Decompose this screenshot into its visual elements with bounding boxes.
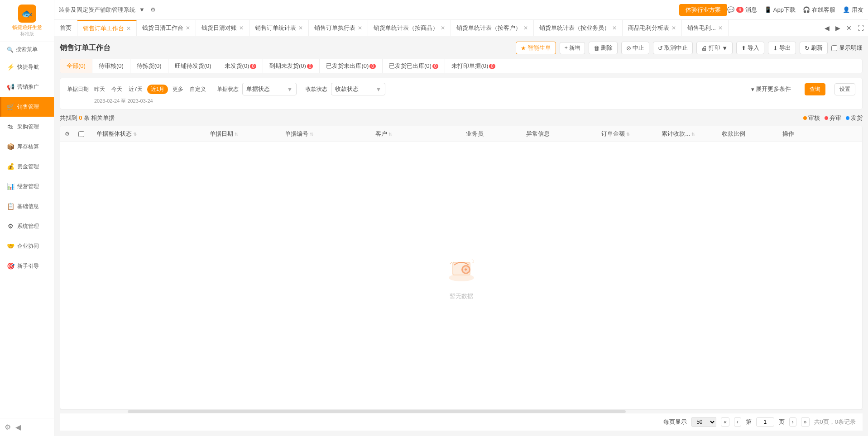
smart-gen-button[interactable]: ★ 智能生单 (516, 42, 556, 54)
query-button[interactable]: 查询 (805, 83, 825, 95)
sidebar-item-basic[interactable]: 📋 基础信息 (0, 196, 54, 216)
import-button[interactable]: ⬆ 导入 (736, 42, 764, 54)
sub-tab-7[interactable]: 已发货已出库(0)0 (383, 59, 445, 73)
sidebar-item-operation[interactable]: 📊 经营管理 (0, 176, 54, 196)
table-scrollbar-thumb[interactable] (128, 410, 626, 413)
tab-0[interactable]: 首页 (54, 20, 77, 36)
sub-tab-2[interactable]: 待拣货(0) (130, 59, 168, 73)
delete-button[interactable]: 🗑 删除 (589, 42, 618, 54)
last-page-btn[interactable]: » (801, 417, 810, 427)
tab-close-2[interactable]: ✕ (186, 25, 190, 31)
sidebar-item-marketing[interactable]: 📢 营销推广 (0, 77, 54, 97)
trial-button[interactable]: 体验行业方案 (679, 4, 727, 16)
tab-1[interactable]: 销售订单工作台✕ (77, 20, 137, 36)
date-quick-btn-5[interactable]: 自定义 (188, 85, 208, 94)
tab-10[interactable]: 销售毛利...✕ (682, 20, 729, 36)
search-menu[interactable]: 🔍 搜索菜单 (0, 42, 54, 57)
sidebar-item-guide[interactable]: 🎯 新手引导 (0, 256, 54, 276)
tab-9[interactable]: 商品毛利分析表✕ (623, 20, 682, 36)
tab-close-1[interactable]: ✕ (126, 25, 131, 32)
per-page-select[interactable]: 50 100 200 (691, 417, 716, 427)
show-detail-input[interactable] (831, 45, 837, 51)
tab-close-6[interactable]: ✕ (441, 25, 445, 31)
tab-8[interactable]: 销货单统计表（按业务员）✕ (534, 20, 623, 36)
sort-amount-icon[interactable]: ⇅ (626, 132, 630, 137)
dropdown-icon[interactable]: ▼ (139, 6, 145, 13)
payment-select[interactable]: 收款状态 ▼ (331, 83, 385, 95)
sub-tab-3[interactable]: 旺铺待发货(0) (168, 59, 218, 73)
expand-filter-btn[interactable]: ▾ 展开更多条件 (751, 85, 791, 93)
prev-page-btn[interactable]: ‹ (734, 417, 741, 427)
sub-tab-1[interactable]: 待审核(0) (92, 59, 130, 73)
next-page-btn[interactable]: › (789, 417, 796, 427)
date-quick-btn-0[interactable]: 昨天 (92, 85, 107, 94)
export-button[interactable]: ⬇ 导出 (768, 42, 796, 54)
date-quick-btn-3[interactable]: 近1月 (147, 85, 168, 94)
app-download-action[interactable]: 📱 App下载 (764, 6, 796, 14)
review-action[interactable]: 审核 (803, 114, 820, 122)
show-detail-checkbox[interactable]: 显示明细 (831, 44, 863, 52)
cancel-stop-button[interactable]: ↺ 取消中止 (653, 42, 693, 54)
tab-close-8[interactable]: ✕ (612, 25, 617, 31)
sidebar-item-enterprise[interactable]: 🤝 企业协同 (0, 236, 54, 256)
date-quick-btn-2[interactable]: 近7天 (127, 85, 144, 94)
sort-status-icon[interactable]: ⇅ (133, 132, 137, 137)
sidebar-item-inventory[interactable]: 📦 库存核算 (0, 137, 54, 156)
user-action[interactable]: 👤 用友 (843, 6, 863, 14)
sidebar-item-sales[interactable]: 🛒 销售管理 (0, 97, 54, 117)
tab-2[interactable]: 钱货日清工作台✕ (137, 20, 196, 36)
tab-close-10[interactable]: ✕ (718, 25, 723, 31)
import-label: 导入 (748, 44, 759, 52)
print-button[interactable]: 🖨 打印 ▼ (696, 42, 733, 54)
tab-5[interactable]: 销售订单执行表✕ (309, 20, 368, 36)
col-setting[interactable]: ⚙ (65, 131, 78, 137)
date-quick-btn-1[interactable]: 今天 (110, 85, 124, 94)
status-select[interactable]: 单据状态 ▼ (242, 83, 297, 95)
tab-7[interactable]: 销货单统计表（按客户）✕ (451, 20, 534, 36)
sidebar-item-system[interactable]: ⚙ 系统管理 (0, 216, 54, 236)
sidebar-item-finance[interactable]: 💰 资金管理 (0, 156, 54, 176)
settings-gear-icon[interactable]: ⚙ (150, 6, 156, 13)
tab-close-4[interactable]: ✕ (298, 25, 303, 31)
tabs-nav-right[interactable]: ▶ (834, 24, 842, 33)
sub-tab-5[interactable]: 到期未发货(0)0 (263, 59, 320, 73)
tab-close-5[interactable]: ✕ (358, 25, 362, 31)
date-quick-btn-4[interactable]: 更多 (171, 85, 185, 94)
filter-settings-button[interactable]: 设置 (834, 83, 855, 95)
date-range-display: 2023-02-24 至 2023-03-24 (67, 97, 855, 104)
select-all-checkbox[interactable] (78, 131, 84, 137)
page-input[interactable] (756, 417, 774, 427)
sub-tab-0[interactable]: 全部(0) (60, 59, 92, 73)
collapse-icon[interactable]: ◀ (15, 423, 21, 431)
tab-3[interactable]: 钱货日清对账✕ (196, 20, 249, 36)
tabs-fullscreen[interactable]: ⛶ (856, 24, 866, 33)
sort-date-icon[interactable]: ⇅ (235, 132, 238, 137)
abandon-dot (825, 116, 828, 120)
ship-action[interactable]: 发货 (846, 114, 863, 122)
settings-icon[interactable]: ⚙ (5, 423, 11, 431)
refresh-button[interactable]: ↻ 刷新 (800, 42, 828, 54)
tab-6[interactable]: 销货单统计表（按商品）✕ (368, 20, 451, 36)
sidebar-item-quick-nav[interactable]: ⚡ 快捷导航 (0, 57, 54, 77)
tab-4[interactable]: 销售订单统计表✕ (249, 20, 309, 36)
sidebar-item-purchase[interactable]: 🛍 采购管理 (0, 117, 54, 137)
sort-customer-icon[interactable]: ⇅ (388, 132, 392, 137)
empty-text: 暂无数据 (450, 292, 473, 300)
tabs-nav-left[interactable]: ◀ (823, 24, 831, 33)
message-action[interactable]: 💬 6 消息 (727, 6, 757, 14)
first-page-btn[interactable]: « (721, 417, 729, 427)
online-service-action[interactable]: 🎧 在线客服 (803, 6, 835, 14)
stop-button[interactable]: ⊘ 中止 (621, 42, 649, 54)
tab-close-3[interactable]: ✕ (239, 25, 244, 31)
sub-tab-8[interactable]: 未打印单据(0)0 (445, 59, 501, 73)
add-button[interactable]: + 新增 (560, 42, 585, 54)
tab-close-9[interactable]: ✕ (671, 25, 676, 31)
sort-collected-icon[interactable]: ⇅ (691, 132, 695, 137)
sort-number-icon[interactable]: ⇅ (310, 132, 313, 137)
tabs-close-all[interactable]: ✕ (844, 24, 854, 33)
sub-tab-4[interactable]: 未发货(0)0 (218, 59, 263, 73)
sub-tab-6[interactable]: 已发货未出库(0)0 (320, 59, 382, 73)
sub-tab-label-6: 已发货未出库(0) (326, 62, 369, 69)
abandon-action[interactable]: 弃审 (825, 114, 841, 122)
tab-close-7[interactable]: ✕ (523, 25, 528, 31)
